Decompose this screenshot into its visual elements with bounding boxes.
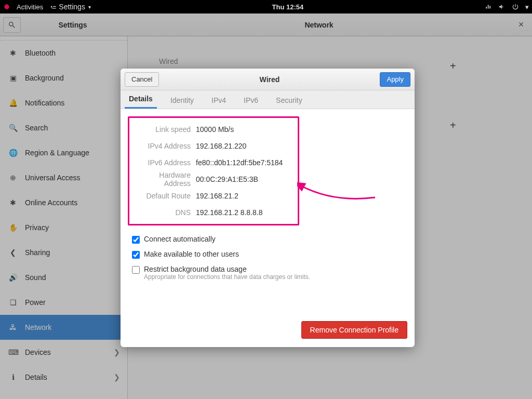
notifications-icon: 🔔 xyxy=(8,99,18,107)
dialog-tabs: Details Identity IPv4 IPv6 Security xyxy=(121,90,415,109)
dialog-footer: Remove Connection Profile xyxy=(121,316,415,347)
chevron-right-icon: ❯ xyxy=(114,373,120,381)
background-icon: ▣ xyxy=(8,74,18,82)
tab-ipv6[interactable]: IPv6 xyxy=(240,96,262,109)
devices-icon: ⌨ xyxy=(8,348,18,356)
add-vpn-button[interactable]: + xyxy=(450,119,456,131)
hw-label: Hardware Address xyxy=(135,171,196,188)
sidebar-item-details[interactable]: ℹDetails❯ xyxy=(0,365,127,390)
sidebar-item-region[interactable]: 🌐Region & Language xyxy=(0,140,127,165)
search-icon: 🔍 xyxy=(8,124,18,132)
panel-title: Network xyxy=(125,21,513,29)
ipv6-label: IPv6 Address xyxy=(135,158,196,167)
ipv4-value: 192.168.21.220 xyxy=(196,142,246,150)
network-status-icon[interactable] xyxy=(485,3,492,10)
power-icon: ❑ xyxy=(8,298,18,307)
connect-auto-row: Connect automatically xyxy=(132,235,407,244)
universal-access-icon: ⊕ xyxy=(8,174,18,182)
sidebar-item-background[interactable]: ▣Background xyxy=(0,65,127,90)
restrict-bg-sub: Appropriate for connections that have da… xyxy=(144,273,310,281)
online-accounts-icon: ✱ xyxy=(8,198,18,207)
details-highlight-box: Link speed10000 Mb/s IPv4 Address192.168… xyxy=(128,116,299,225)
sound-icon: 🔊 xyxy=(8,273,18,282)
sidebar-item-bluetooth[interactable]: ✱Bluetooth xyxy=(0,41,127,65)
sidebar-item-search[interactable]: 🔍Search xyxy=(0,115,127,140)
connect-auto-checkbox[interactable] xyxy=(132,236,140,244)
dns-label: DNS xyxy=(135,208,196,217)
apply-button[interactable]: Apply xyxy=(380,72,410,87)
bluetooth-icon: ✱ xyxy=(8,49,18,57)
restrict-bg-checkbox[interactable] xyxy=(132,266,140,274)
other-users-label: Make available to other users xyxy=(144,250,239,258)
other-users-checkbox[interactable] xyxy=(132,251,140,259)
settings-title: Settings xyxy=(21,21,125,29)
hw-value: 00:0C:29:A1:E5:3B xyxy=(196,175,258,183)
sidebar-item-online-accounts[interactable]: ✱Online Accounts xyxy=(0,190,127,215)
app-menu[interactable]: Settings xyxy=(49,3,91,11)
dns-value: 192.168.21.2 8.8.8.8 xyxy=(196,208,262,217)
connect-auto-label: Connect automatically xyxy=(144,235,216,243)
clock[interactable]: Thu 12:54 xyxy=(91,3,485,11)
tab-ipv4[interactable]: IPv4 xyxy=(207,96,230,109)
top-panel: Activities Settings Thu 12:54 ▾ xyxy=(0,0,532,14)
header-search-button[interactable] xyxy=(3,17,21,33)
window-close-button[interactable]: × xyxy=(513,17,529,33)
link-speed-value: 10000 Mb/s xyxy=(196,125,234,134)
restrict-bg-label: Restrict background data usage xyxy=(144,265,310,273)
sidebar-item-privacy[interactable]: ✋Privacy xyxy=(0,215,127,240)
app-menu-label: Settings xyxy=(59,3,85,11)
sidebar-scroll-indicator xyxy=(0,36,127,41)
sidebar-item-sound[interactable]: 🔊Sound xyxy=(0,265,127,290)
sharing-icon: ❮ xyxy=(8,248,18,257)
tab-security[interactable]: Security xyxy=(272,96,307,109)
svg-point-0 xyxy=(4,4,9,9)
debian-icon[interactable] xyxy=(3,3,10,10)
wired-connection-dialog: Cancel Wired Apply Details Identity IPv4… xyxy=(121,69,415,347)
route-label: Default Route xyxy=(135,192,196,200)
add-wired-button[interactable]: + xyxy=(450,60,456,72)
sidebar-item-universal-access[interactable]: ⊕Universal Access xyxy=(0,165,127,190)
remove-connection-button[interactable]: Remove Connection Profile xyxy=(301,321,407,339)
sidebar-item-devices[interactable]: ⌨Devices❯ xyxy=(0,340,127,365)
tab-identity[interactable]: Identity xyxy=(166,96,198,109)
restrict-bg-row: Restrict background data usage Appropria… xyxy=(132,265,407,281)
other-users-row: Make available to other users xyxy=(132,250,407,259)
details-icon: ℹ xyxy=(8,373,18,381)
sidebar-item-sharing[interactable]: ❮Sharing xyxy=(0,240,127,265)
ipv4-label: IPv4 Address xyxy=(135,142,196,150)
route-value: 192.168.21.2 xyxy=(196,192,238,200)
wired-section-label: Wired xyxy=(159,57,501,65)
link-speed-label: Link speed xyxy=(135,125,196,134)
network-icon: 🖧 xyxy=(8,323,18,331)
privacy-icon: ✋ xyxy=(8,223,18,232)
window-header: Settings Network × xyxy=(0,14,532,36)
volume-icon[interactable] xyxy=(498,3,506,10)
settings-sidebar: ✱Bluetooth ▣Background 🔔Notifications 🔍S… xyxy=(0,36,128,399)
sidebar-item-network[interactable]: 🖧Network xyxy=(0,315,127,340)
ipv6-value: fe80::d0b1:12df:5be7:5184 xyxy=(196,158,283,167)
power-icon[interactable] xyxy=(512,3,519,10)
dialog-title: Wired xyxy=(159,75,380,84)
dialog-header: Cancel Wired Apply xyxy=(121,69,415,90)
tab-details[interactable]: Details xyxy=(125,95,157,109)
chevron-right-icon: ❯ xyxy=(114,348,120,356)
activities-button[interactable]: Activities xyxy=(17,3,43,11)
dialog-body: Link speed10000 Mb/s IPv4 Address192.168… xyxy=(121,109,415,316)
sidebar-item-power[interactable]: ❑Power xyxy=(0,290,127,315)
cancel-button[interactable]: Cancel xyxy=(125,72,159,87)
sidebar-item-notifications[interactable]: 🔔Notifications xyxy=(0,90,127,115)
system-menu-chevron[interactable]: ▾ xyxy=(525,3,529,11)
region-icon: 🌐 xyxy=(8,149,18,157)
annotation-arrow xyxy=(297,177,380,208)
